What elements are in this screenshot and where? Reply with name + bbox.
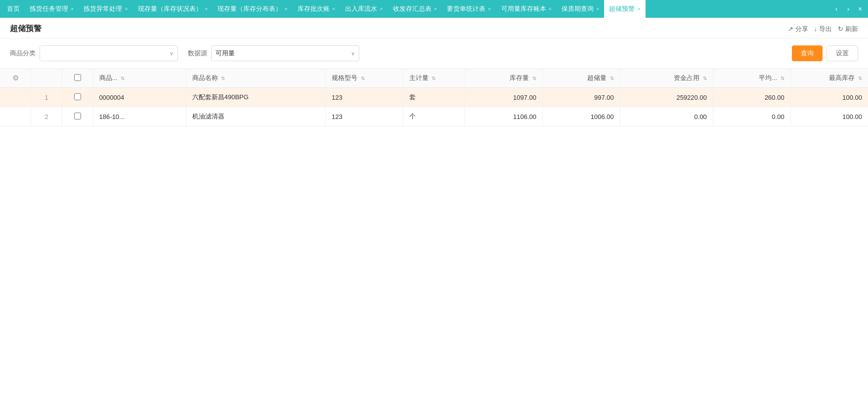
- col-header-code-label: 商品...: [99, 74, 118, 81]
- datasource-select[interactable]: 可用量 ∨: [211, 45, 359, 61]
- row-spec-cell: 123: [325, 88, 403, 107]
- row-name-cell: 机油滤清器: [186, 107, 325, 126]
- row-avg-cell: 0.00: [713, 107, 790, 126]
- table-row: 1 0000004 六配套新昌490BPG 123 套 1097.00 997.…: [0, 88, 868, 107]
- select-all-checkbox[interactable]: [74, 74, 81, 81]
- col-header-avg[interactable]: 平均... ⇅: [713, 69, 790, 88]
- nav-tab-quality-period[interactable]: 保质期查询 ×: [557, 0, 604, 18]
- sort-icon-unit: ⇅: [432, 76, 435, 81]
- page-header: 超储预警 ↗ 分享 ↓ 导出 ↻ 刷新: [0, 18, 868, 39]
- nav-tab-close[interactable]: ×: [380, 6, 383, 12]
- share-label: 分享: [795, 25, 808, 34]
- col-header-spec-label: 规格型号: [332, 74, 357, 81]
- sort-icon-code: ⇅: [121, 76, 125, 81]
- nav-tab-stock-dist[interactable]: 现存量（库存分布表） ×: [213, 0, 292, 18]
- col-header-name-label: 商品名称: [192, 74, 218, 81]
- nav-tab-close[interactable]: ×: [549, 6, 552, 12]
- nav-tab-label: 可用量库存账本: [501, 4, 546, 13]
- row-avg-cell: 260.00: [713, 88, 790, 107]
- table-row: 2 186-10... 机油滤清器 123 个 1106.00 1006.00 …: [0, 107, 868, 126]
- row-unit-cell: 套: [403, 88, 465, 107]
- col-header-unit[interactable]: 主计量 ⇅: [403, 69, 465, 88]
- sort-icon-capital: ⇅: [703, 76, 707, 81]
- export-label: 导出: [819, 25, 832, 34]
- col-header-capital-label: 资金占用: [674, 74, 699, 81]
- sort-icon-spec: ⇅: [361, 76, 365, 81]
- sort-icon-overflow: ⇅: [610, 76, 614, 81]
- col-header-checkbox[interactable]: [62, 69, 93, 88]
- nav-arrow-right-button[interactable]: ›: [842, 0, 854, 18]
- data-table: ⚙ 商品... ⇅ 商品名称 ⇅ 规格型号: [0, 69, 868, 126]
- nav-tab-close[interactable]: ×: [434, 6, 437, 12]
- col-header-overflow-label: 超储量: [587, 74, 607, 81]
- row-settings-cell: [0, 88, 31, 107]
- nav-tab-close[interactable]: ×: [284, 6, 287, 12]
- col-header-index: [31, 69, 62, 88]
- filter-group-category: 商品分类 ∨: [10, 45, 178, 61]
- nav-tab-label: 拣货异常处理: [84, 4, 122, 13]
- col-header-overflow[interactable]: 超储量 ⇅: [542, 69, 620, 88]
- row-capital-cell: 0.00: [620, 107, 713, 126]
- share-button[interactable]: ↗ 分享: [788, 25, 808, 34]
- nav-tab-close[interactable]: ×: [205, 6, 208, 12]
- export-button[interactable]: ↓ 导出: [814, 25, 832, 34]
- row-checkbox[interactable]: [74, 93, 81, 100]
- nav-tab-in-out-flow[interactable]: 出入库流水 ×: [340, 0, 388, 18]
- settings-button[interactable]: 设置: [826, 45, 858, 61]
- table-container: ⚙ 商品... ⇅ 商品名称 ⇅ 规格型号: [0, 69, 868, 126]
- row-capital-cell: 259220.00: [620, 88, 713, 107]
- category-select-arrow-icon: ∨: [170, 50, 174, 57]
- col-header-maxstock-label: 最高库存: [829, 74, 855, 81]
- row-stock-cell: 1106.00: [465, 107, 543, 126]
- nav-tab-recv-send-summary[interactable]: 收发存汇总表 ×: [388, 0, 442, 18]
- nav-home[interactable]: 首页: [2, 0, 25, 18]
- row-checkbox-cell[interactable]: [62, 88, 93, 107]
- page-title: 超储预警: [10, 24, 42, 34]
- table-header-row: ⚙ 商品... ⇅ 商品名称 ⇅ 规格型号: [0, 69, 868, 88]
- row-checkbox[interactable]: [74, 113, 81, 119]
- datasource-label: 数据源: [188, 49, 207, 58]
- nav-tab-available-stock[interactable]: 可用量库存账本 ×: [496, 0, 557, 18]
- nav-tab-close[interactable]: ×: [488, 6, 491, 12]
- nav-tab-abnormal-proc[interactable]: 拣货异常处理 ×: [79, 0, 132, 18]
- nav-tab-task-mgmt[interactable]: 拣货任务管理 ×: [25, 0, 79, 18]
- col-header-code[interactable]: 商品... ⇅: [93, 69, 186, 88]
- nav-tab-label: 拣货任务管理: [30, 4, 68, 13]
- filter-actions: 查询 设置: [792, 45, 858, 61]
- nav-tab-close[interactable]: ×: [71, 6, 74, 12]
- nav-tab-close[interactable]: ×: [332, 6, 335, 12]
- nav-tab-stock-batch[interactable]: 库存批次账 ×: [293, 0, 340, 18]
- col-header-maxstock[interactable]: 最高库存 ⇅: [790, 69, 868, 88]
- settings-gear-icon[interactable]: ⚙: [12, 74, 19, 82]
- nav-arrows: ‹ › ×: [830, 0, 866, 18]
- col-header-name[interactable]: 商品名称 ⇅: [186, 69, 325, 88]
- nav-tab-stock-status[interactable]: 现存量（库存状况表） ×: [133, 0, 213, 18]
- refresh-button[interactable]: ↻ 刷新: [838, 25, 858, 34]
- nav-arrow-left-button[interactable]: ‹: [830, 0, 842, 18]
- row-settings-cell: [0, 107, 31, 126]
- sort-icon-avg: ⇅: [781, 76, 784, 81]
- nav-tab-close[interactable]: ×: [596, 6, 599, 12]
- category-select[interactable]: ∨: [40, 45, 178, 61]
- nav-tab-overstock-warning[interactable]: 超储预警 ×: [604, 0, 645, 18]
- nav-home-label: 首页: [7, 4, 20, 13]
- nav-tab-order-stats[interactable]: 要货单统计表 ×: [442, 0, 496, 18]
- page-content: 超储预警 ↗ 分享 ↓ 导出 ↻ 刷新 商品分类 ∨ 数据源: [0, 18, 868, 395]
- row-index-cell: 2: [31, 107, 62, 126]
- row-checkbox-cell[interactable]: [62, 107, 93, 126]
- sort-icon-stock: ⇅: [532, 76, 536, 81]
- nav-tab-close[interactable]: ×: [637, 6, 640, 12]
- col-header-settings[interactable]: ⚙: [0, 69, 31, 88]
- nav-bar: 首页 拣货任务管理 × 拣货异常处理 × 现存量（库存状况表） × 现存量（库存…: [0, 0, 868, 18]
- col-header-spec[interactable]: 规格型号 ⇅: [325, 69, 403, 88]
- export-icon: ↓: [814, 25, 818, 33]
- query-button[interactable]: 查询: [792, 45, 823, 61]
- col-header-stock[interactable]: 库存量 ⇅: [465, 69, 543, 88]
- nav-tab-label: 要货单统计表: [447, 4, 485, 13]
- row-name-cell: 六配套新昌490BPG: [186, 88, 325, 107]
- refresh-icon: ↻: [838, 25, 843, 33]
- nav-arrow-more-button[interactable]: ×: [854, 0, 866, 18]
- nav-tab-close[interactable]: ×: [125, 6, 128, 12]
- col-header-capital[interactable]: 资金占用 ⇅: [620, 69, 713, 88]
- row-maxstock-cell: 100.00: [790, 88, 868, 107]
